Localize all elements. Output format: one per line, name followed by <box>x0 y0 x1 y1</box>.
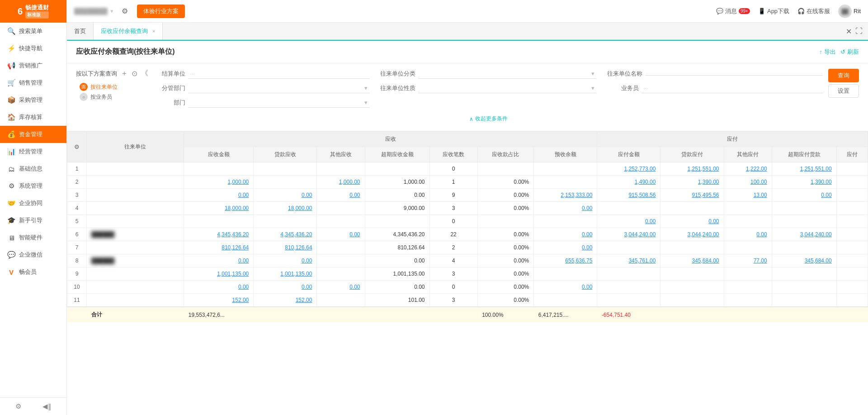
row-ar-other[interactable] <box>317 162 365 176</box>
sidebar-item-operation[interactable]: 📊 经营管理 <box>0 143 66 160</box>
row-ap-other[interactable]: 1,222.00 <box>724 162 772 176</box>
tab-expand-btn[interactable]: ⛶ <box>855 27 863 35</box>
row-ap-other[interactable] <box>724 267 772 281</box>
row-ar-loan[interactable] <box>254 215 317 228</box>
row-ar-loan[interactable]: 152.00 <box>254 294 317 307</box>
row-ap-other[interactable]: 100.00 <box>724 176 772 189</box>
row-ar-loan[interactable]: 1,001,135.00 <box>254 267 317 281</box>
row-ar-amount[interactable]: 1,001,135.00 <box>184 267 254 281</box>
query-settings-btn[interactable]: ⊙ <box>132 69 137 78</box>
row-ap-other[interactable] <box>724 202 772 215</box>
row-ar-other[interactable] <box>317 254 365 267</box>
tab-home[interactable]: 首页 <box>67 23 94 40</box>
sidebar-item-wechat[interactable]: 💬 企业微信 <box>0 246 66 263</box>
row-ar-other[interactable]: 0.00 <box>317 281 365 294</box>
notification-item[interactable]: 💬 消息 99+ <box>716 7 750 15</box>
row-ap-overdue[interactable] <box>772 267 836 281</box>
row-ar-amount[interactable]: 18,000.00 <box>184 202 254 215</box>
row-ap-other[interactable] <box>724 241 772 254</box>
row-ar-other[interactable] <box>317 294 365 307</box>
row-ap-amount[interactable]: 345,761.00 <box>597 254 660 267</box>
row-ar-prepay[interactable]: 0.00 <box>534 202 597 215</box>
dept2-select[interactable]: ▾ <box>188 98 369 108</box>
row-ar-prepay[interactable] <box>534 176 597 189</box>
row-ar-prepay[interactable]: 0.00 <box>534 241 597 254</box>
row-ar-prepay[interactable]: 0.00 <box>534 228 597 241</box>
topbar-gear-icon[interactable]: ⚙ <box>122 7 128 15</box>
row-ap-overdue[interactable] <box>772 202 836 215</box>
row-ar-prepay[interactable]: 655,636.75 <box>534 254 597 267</box>
row-ar-other[interactable] <box>317 241 365 254</box>
row-ap-loan[interactable] <box>660 281 724 294</box>
sidebar-item-corp[interactable]: 🤝 企业协同 <box>0 195 66 212</box>
tab-close-icon[interactable]: × <box>152 29 155 34</box>
row-ar-other[interactable] <box>317 215 365 228</box>
row-ap-overdue[interactable]: 1,390.00 <box>772 176 836 189</box>
row-ar-loan[interactable]: 0.00 <box>254 281 317 294</box>
sidebar-item-sales[interactable]: 🛒 销售管理 <box>0 74 66 91</box>
row-ap-other[interactable]: 13.00 <box>724 189 772 202</box>
row-ap-loan[interactable] <box>660 202 724 215</box>
row-ap-overdue[interactable]: 1,251,551.00 <box>772 162 836 176</box>
refresh-button[interactable]: ↺ 刷新 <box>840 48 859 56</box>
row-ap-loan[interactable] <box>660 294 724 307</box>
row-ar-amount[interactable] <box>184 215 254 228</box>
row-ar-amount[interactable]: 4,345,436.20 <box>184 228 254 241</box>
row-ap-overdue[interactable]: 345,684.00 <box>772 254 836 267</box>
row-ap-loan[interactable]: 915,495.56 <box>660 189 724 202</box>
query-collapse-scheme-btn[interactable]: 《 <box>141 69 148 78</box>
row-ap-overdue[interactable]: 0.00 <box>772 189 836 202</box>
sidebar-settings-btn[interactable]: ⚙ <box>15 402 21 410</box>
row-ap-amount[interactable] <box>597 294 660 307</box>
row-ap-amount[interactable]: 1,490.00 <box>597 176 660 189</box>
row-ap-loan[interactable]: 1,390.00 <box>660 176 724 189</box>
row-ap-overdue[interactable]: 3,044,240.00 <box>772 228 836 241</box>
sidebar-item-purchase[interactable]: 📦 采购管理 <box>0 91 66 109</box>
salesperson-input[interactable]: ··· <box>642 83 823 93</box>
row-ar-other[interactable]: 0.00 <box>317 228 365 241</box>
row-ar-other[interactable] <box>317 267 365 281</box>
row-ar-loan[interactable]: 4,345,436.20 <box>254 228 317 241</box>
row-ar-amount[interactable] <box>184 162 254 176</box>
sidebar-item-system[interactable]: ⚙ 系统管理 <box>0 177 66 195</box>
row-ar-other[interactable] <box>317 202 365 215</box>
query-scheme-unit[interactable]: 圆 按往来单位 <box>80 83 148 91</box>
row-ar-other[interactable]: 0.00 <box>317 189 365 202</box>
dept-select[interactable]: ▾ <box>188 83 369 93</box>
table-settings-gear[interactable]: ⚙ <box>72 142 82 152</box>
query-add-btn[interactable]: ＋ <box>121 69 128 78</box>
row-ar-loan[interactable]: 18,000.00 <box>254 202 317 215</box>
sidebar-item-search[interactable]: 🔍 搜索菜单 <box>0 23 66 40</box>
row-ap-other[interactable] <box>724 215 772 228</box>
row-ar-loan[interactable] <box>254 162 317 176</box>
row-ap-amount[interactable]: 915,508.56 <box>597 189 660 202</box>
row-ap-overdue[interactable] <box>772 294 836 307</box>
row-ap-overdue[interactable] <box>772 215 836 228</box>
row-ar-other[interactable]: 1,000.00 <box>317 176 365 189</box>
row-ap-amount[interactable] <box>597 281 660 294</box>
sidebar-item-guide[interactable]: 🎓 新手引导 <box>0 212 66 229</box>
row-ar-prepay[interactable] <box>534 215 597 228</box>
user-info[interactable]: ██ Rit <box>838 5 861 18</box>
row-ar-prepay[interactable] <box>534 267 597 281</box>
sidebar-item-marketing[interactable]: 📢 营销推广 <box>0 57 66 74</box>
collapse-conditions-btn[interactable]: ∧ 收起更多条件 <box>469 112 508 125</box>
unit-nature-select[interactable]: ▾ <box>418 83 596 93</box>
row-ar-loan[interactable]: 810,126.64 <box>254 241 317 254</box>
row-ar-loan[interactable]: 0.00 <box>254 189 317 202</box>
export-button[interactable]: ↑ 导出 <box>820 48 836 56</box>
sidebar-item-finance[interactable]: 💰 资金管理 <box>0 126 66 143</box>
row-ap-other[interactable] <box>724 281 772 294</box>
row-ar-amount[interactable]: 152.00 <box>184 294 254 307</box>
row-ap-other[interactable]: 0.00 <box>724 228 772 241</box>
row-ap-amount[interactable] <box>597 267 660 281</box>
row-ap-overdue[interactable] <box>772 241 836 254</box>
row-ap-other[interactable] <box>724 294 772 307</box>
row-ap-other[interactable]: 77.00 <box>724 254 772 267</box>
unit-category-select[interactable]: ▾ <box>418 69 596 79</box>
row-ar-prepay[interactable] <box>534 162 597 176</box>
row-ap-loan[interactable]: 1,251,551.00 <box>660 162 724 176</box>
row-ar-loan[interactable] <box>254 176 317 189</box>
row-ap-loan[interactable]: 3,044,240.00 <box>660 228 724 241</box>
row-ar-amount[interactable]: 0.00 <box>184 281 254 294</box>
